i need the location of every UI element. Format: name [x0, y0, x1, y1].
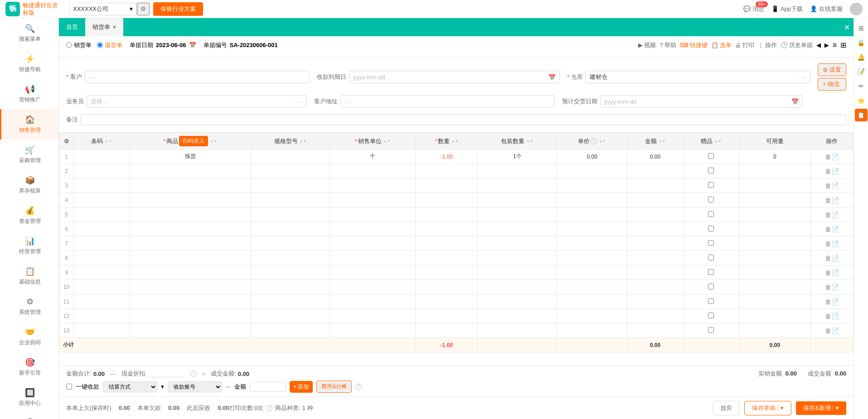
delete-icon[interactable]: 🗑	[825, 168, 831, 175]
sidebar-item-marketing[interactable]: 📢 营销推广	[0, 79, 58, 109]
grid-view-icon[interactable]: ⊞	[840, 41, 846, 49]
cell-gift[interactable]	[683, 178, 739, 193]
cell-price[interactable]	[557, 222, 627, 236]
cell-barcode[interactable]	[74, 251, 130, 265]
cell-qty[interactable]	[416, 265, 478, 280]
cell-unit[interactable]	[330, 178, 416, 193]
select-btn[interactable]: 📋 选单	[711, 41, 732, 49]
cell-pack-qty[interactable]	[478, 164, 557, 178]
gift-checkbox[interactable]	[708, 182, 714, 188]
right-tool-5[interactable]: ✏	[855, 80, 868, 92]
copy-icon[interactable]: 📄	[831, 182, 839, 189]
prev-icon[interactable]: ◀	[816, 42, 821, 48]
cell-qty[interactable]	[416, 309, 478, 323]
delete-icon[interactable]: 🗑	[825, 284, 831, 291]
payment-amount-input[interactable]	[250, 382, 286, 392]
right-tool-4[interactable]: 📝	[855, 65, 868, 78]
cell-qty[interactable]	[416, 294, 478, 309]
sort-icon[interactable]: ▲▼	[526, 140, 533, 143]
gift-checkbox[interactable]	[708, 168, 714, 173]
cell-product[interactable]	[130, 164, 251, 178]
info-icon[interactable]: i	[591, 138, 597, 144]
copy-icon[interactable]: 📄	[831, 269, 839, 276]
sort-icon[interactable]: ▲▼	[383, 140, 391, 143]
fee-info-icon[interactable]: ?	[355, 384, 362, 390]
cell-qty[interactable]	[416, 280, 478, 294]
video-btn[interactable]: ▶ 视频	[638, 41, 656, 49]
calendar-icon[interactable]: 📅	[189, 42, 196, 48]
cell-gift[interactable]	[683, 207, 739, 222]
delete-icon[interactable]: 🗑	[825, 182, 831, 189]
print-btn[interactable]: 🖨 打印	[735, 41, 754, 49]
cell-pack-qty[interactable]	[478, 178, 557, 193]
copy-icon[interactable]: 📄	[831, 255, 839, 262]
gift-checkbox[interactable]	[708, 255, 714, 260]
ops-btn[interactable]: ⋮ 操作	[758, 41, 777, 49]
cell-unit[interactable]: 个	[330, 149, 416, 164]
cell-price[interactable]	[557, 294, 627, 309]
cell-barcode[interactable]	[74, 193, 130, 207]
save-new-button[interactable]: 保存&新增 ▾	[796, 401, 846, 415]
gift-checkbox[interactable]	[708, 284, 714, 289]
online-service-button[interactable]: 👤 在线客服	[810, 5, 843, 13]
cell-qty[interactable]	[416, 251, 478, 265]
delete-icon[interactable]: 🗑	[825, 240, 831, 247]
sidebar-item-cooperation[interactable]: 🤝 企业协同	[0, 322, 58, 352]
cell-gift[interactable]	[683, 280, 739, 294]
cell-pack-qty[interactable]	[478, 309, 557, 323]
cell-spec[interactable]	[251, 222, 330, 236]
cell-spec[interactable]	[251, 178, 330, 193]
cell-pack-qty[interactable]: 1个	[478, 149, 557, 164]
copy-icon[interactable]: 📄	[831, 298, 839, 305]
help-btn[interactable]: ? 帮助	[659, 41, 676, 49]
cell-amount[interactable]	[627, 323, 684, 338]
cell-barcode[interactable]	[74, 294, 130, 309]
radio-return-order[interactable]: 退货单	[97, 41, 122, 49]
avatar[interactable]	[850, 3, 863, 15]
tab-close-icon[interactable]: ×	[113, 24, 116, 30]
copy-icon[interactable]: 📄	[831, 313, 839, 320]
customer-input[interactable]: ···	[85, 71, 310, 83]
cell-barcode[interactable]	[74, 178, 130, 193]
cell-qty[interactable]	[416, 323, 478, 338]
cell-pack-qty[interactable]	[478, 323, 557, 338]
cell-unit[interactable]	[330, 193, 416, 207]
cell-spec[interactable]	[251, 265, 330, 280]
cell-gift[interactable]	[683, 265, 739, 280]
cell-pack-qty[interactable]	[478, 265, 557, 280]
delete-icon[interactable]: 🗑	[825, 211, 831, 218]
copy-icon[interactable]: 📄	[831, 197, 839, 204]
cell-barcode[interactable]	[74, 222, 130, 236]
cell-amount[interactable]	[627, 294, 684, 309]
cell-barcode[interactable]	[74, 309, 130, 323]
cell-gift[interactable]	[683, 193, 739, 207]
fee-split-button[interactable]: 费用&分摊	[316, 380, 352, 393]
delete-icon[interactable]: 🗑	[825, 269, 831, 276]
info-icon[interactable]: i	[190, 371, 197, 377]
app-download-button[interactable]: 📱 App下载	[771, 5, 803, 13]
cell-spec[interactable]	[251, 164, 330, 178]
cell-barcode[interactable]	[74, 265, 130, 280]
cell-amount[interactable]	[627, 309, 684, 323]
cell-price[interactable]	[557, 164, 627, 178]
cell-amount[interactable]	[627, 178, 684, 193]
sidebar-item-sales[interactable]: 🏠 销售管理	[0, 109, 58, 140]
trial-button[interactable]: 体验行业方案	[153, 2, 203, 16]
delete-icon[interactable]: 🗑	[825, 298, 831, 305]
cell-qty[interactable]	[416, 207, 478, 222]
cell-price[interactable]	[557, 236, 627, 251]
shortcut-btn[interactable]: ⌨ 快捷键	[680, 41, 708, 49]
cell-gift[interactable]	[683, 222, 739, 236]
scan-button[interactable]: 扫码录入	[179, 136, 208, 146]
copy-icon[interactable]: 📄	[831, 168, 839, 175]
cell-product[interactable]	[130, 309, 251, 323]
cell-gift[interactable]	[683, 323, 739, 338]
copy-icon[interactable]: 📄	[831, 153, 839, 160]
save-new-arrow-icon[interactable]: ▾	[833, 405, 839, 411]
cell-pack-qty[interactable]	[478, 222, 557, 236]
cell-spec[interactable]	[251, 207, 330, 222]
sidebar-item-operations[interactable]: 📊 经营管理	[0, 231, 58, 261]
cell-product[interactable]	[130, 265, 251, 280]
cell-price[interactable]	[557, 193, 627, 207]
copy-icon[interactable]: 📄	[831, 211, 839, 218]
